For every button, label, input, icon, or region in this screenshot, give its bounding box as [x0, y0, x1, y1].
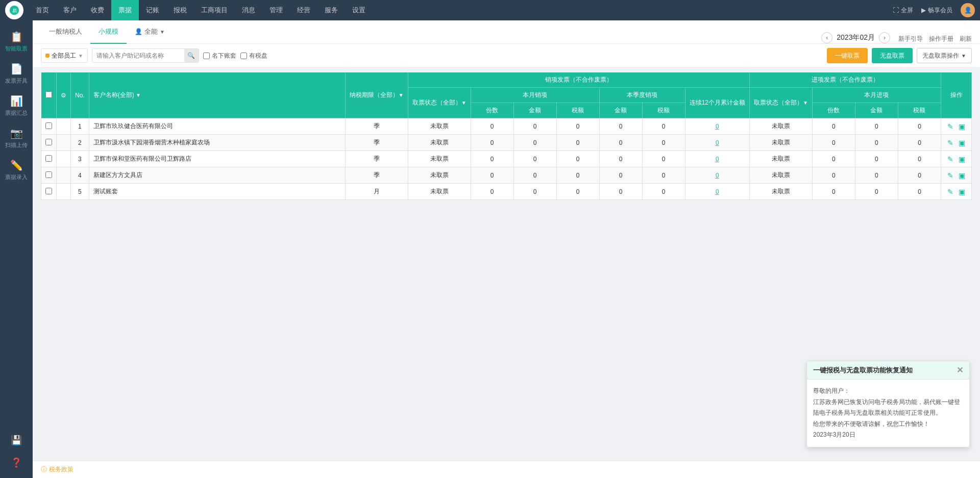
- row-checkbox-cell: [41, 135, 57, 151]
- settings-icon[interactable]: ⚙: [61, 92, 66, 99]
- sidebar-bottom-item[interactable]: 💾: [6, 430, 27, 450]
- sidebar-item-发票开具[interactable]: 📄发票开具: [0, 58, 33, 90]
- sidebar-label: 票据汇总: [5, 109, 28, 117]
- th-checkbox: [41, 72, 57, 118]
- th-sales-month-copies: 份数: [471, 103, 513, 118]
- nav-item-收费[interactable]: 收费: [84, 0, 111, 20]
- row-purchase-month-tax: 0: [898, 151, 941, 167]
- customer-filter-icon[interactable]: ▼: [136, 92, 141, 98]
- row-edit-icon[interactable]: ✎: [947, 155, 953, 163]
- no-disk-ops-button[interactable]: 无盘取票操作 ▼: [917, 48, 972, 63]
- sidebar-item-票据录入[interactable]: ✏️票据录入: [0, 154, 33, 186]
- new-guide-link[interactable]: 新手引导: [898, 35, 923, 43]
- tab-all-icon: 👤: [135, 28, 142, 35]
- row-sales-quarter-tax: 0: [642, 135, 685, 151]
- one-key-fetch-button[interactable]: 一键取票: [827, 48, 868, 63]
- row-edit-icon[interactable]: ✎: [947, 171, 953, 180]
- employee-filter-select[interactable]: 全部员工 ▼: [41, 48, 88, 63]
- tab-all[interactable]: 👤 全能 ▼: [127, 20, 173, 44]
- sales-12month-link[interactable]: 0: [716, 123, 719, 130]
- table-row: 2 卫辉市汲水镇下园湖香烟营木种植家庭农场 季 未取票 0 0 0 0 0 0 …: [41, 135, 972, 151]
- has-tax-disk-checkbox[interactable]: [240, 53, 247, 59]
- nav-item-客户[interactable]: 客户: [56, 0, 84, 20]
- row-checkbox[interactable]: [45, 171, 52, 178]
- my-accounts-checkbox-label[interactable]: 名下账套: [203, 52, 236, 60]
- row-checkbox[interactable]: [45, 188, 52, 194]
- search-input[interactable]: [92, 52, 184, 59]
- th-settings: ⚙: [57, 72, 71, 118]
- row-settings-cell: [57, 118, 71, 135]
- th-purchase-group: 进项发票（不合作废票）: [750, 72, 941, 88]
- row-sales-month-copies: 0: [471, 135, 513, 151]
- period-next-button[interactable]: ›: [879, 32, 890, 43]
- sales-12month-link[interactable]: 0: [716, 172, 719, 179]
- row-more-icon[interactable]: ▣: [959, 155, 965, 163]
- row-more-icon[interactable]: ▣: [959, 171, 965, 180]
- sidebar-bottom-item[interactable]: ❓: [6, 452, 27, 473]
- row-checkbox[interactable]: [45, 139, 52, 145]
- search-button[interactable]: 🔍: [184, 48, 199, 63]
- fullscreen-button[interactable]: ⛶ 全屏: [893, 6, 913, 15]
- tax-policy-link[interactable]: 税务政策: [49, 465, 74, 474]
- row-sales-quarter-tax: 0: [642, 167, 685, 184]
- row-more-icon[interactable]: ▣: [959, 139, 965, 147]
- sales-status-filter-icon[interactable]: ▼: [461, 100, 467, 106]
- row-customer: 新建区方方文具店: [89, 167, 345, 184]
- tab-small-scale[interactable]: 小规模: [90, 20, 127, 44]
- row-more-icon[interactable]: ▣: [959, 188, 965, 196]
- sidebar-item-票据汇总[interactable]: 📊票据汇总: [0, 90, 33, 122]
- nav-item-经营[interactable]: 经营: [290, 0, 317, 20]
- sales-12month-link[interactable]: 0: [716, 188, 719, 195]
- row-sales-month-copies: 0: [471, 151, 513, 167]
- th-no: No.: [71, 72, 89, 118]
- nav-item-记账[interactable]: 记账: [139, 0, 166, 20]
- member-button[interactable]: ▶ 畅享会员: [921, 6, 952, 15]
- refresh-link[interactable]: 刷新: [960, 35, 972, 43]
- toolbar: 全部员工 ▼ 🔍 名下账套 有税盘 一键取票 无盘取票 无盘取票操作 ▼: [33, 44, 980, 68]
- svg-text:易: 易: [12, 8, 17, 13]
- nav-item-报税[interactable]: 报税: [166, 0, 194, 20]
- nav-item-消息[interactable]: 消息: [235, 0, 262, 20]
- has-tax-disk-checkbox-label[interactable]: 有税盘: [240, 52, 267, 60]
- row-edit-icon[interactable]: ✎: [947, 122, 953, 131]
- sidebar-item-智能取票[interactable]: 📋智能取票: [0, 26, 33, 58]
- row-sales-month-amount: 0: [513, 167, 556, 184]
- row-edit-icon[interactable]: ✎: [947, 139, 953, 147]
- row-customer: 卫辉市玖玖健合医药有限公司: [89, 118, 345, 135]
- row-sales-month-amount: 0: [513, 118, 556, 135]
- nav-item-管理[interactable]: 管理: [262, 0, 290, 20]
- sidebar-label: 智能取票: [5, 45, 28, 53]
- row-sales-12month: 0: [685, 151, 749, 167]
- nav-item-服务[interactable]: 服务: [317, 0, 345, 20]
- no-disk-fetch-button[interactable]: 无盘取票: [872, 48, 913, 63]
- row-sales-quarter-tax: 0: [642, 184, 685, 200]
- sales-12month-link[interactable]: 0: [716, 139, 719, 146]
- select-all-checkbox[interactable]: [45, 91, 52, 98]
- tax-period-filter-icon[interactable]: ▼: [399, 92, 404, 98]
- row-checkbox[interactable]: [45, 155, 52, 162]
- purchase-status-filter-icon[interactable]: ▼: [803, 100, 808, 106]
- operation-manual-link[interactable]: 操作手册: [929, 35, 953, 43]
- th-sales-month: 本月销项: [471, 88, 599, 103]
- sidebar-item-扫描上传[interactable]: 📷扫描上传: [0, 122, 33, 154]
- row-more-icon[interactable]: ▣: [959, 122, 965, 131]
- row-customer: 卫辉市保和堂医药有限公司卫辉路店: [89, 151, 345, 167]
- member-icon: ▶: [921, 7, 926, 14]
- row-sales-quarter-amount: 0: [599, 151, 642, 167]
- user-avatar[interactable]: 👤: [961, 3, 975, 17]
- nav-item-首页[interactable]: 首页: [29, 0, 56, 20]
- my-accounts-checkbox[interactable]: [203, 53, 210, 59]
- tab-general-taxpayer[interactable]: 一般纳税人: [41, 20, 90, 44]
- row-sales-quarter-amount: 0: [599, 184, 642, 200]
- nav-item-设置[interactable]: 设置: [345, 0, 373, 20]
- row-edit-icon[interactable]: ✎: [947, 188, 953, 196]
- notification-close-button[interactable]: ✕: [957, 365, 963, 375]
- sales-12month-link[interactable]: 0: [716, 156, 719, 163]
- th-tax-period: 纳税期限（全部）▼: [345, 72, 408, 118]
- row-checkbox[interactable]: [45, 122, 52, 129]
- nav-item-工商项目[interactable]: 工商项目: [194, 0, 235, 20]
- row-customer: 卫辉市汲水镇下园湖香烟营木种植家庭农场: [89, 135, 345, 151]
- row-sales-12month: 0: [685, 135, 749, 151]
- period-prev-button[interactable]: ‹: [821, 32, 832, 43]
- nav-item-票据[interactable]: 票据: [111, 0, 139, 20]
